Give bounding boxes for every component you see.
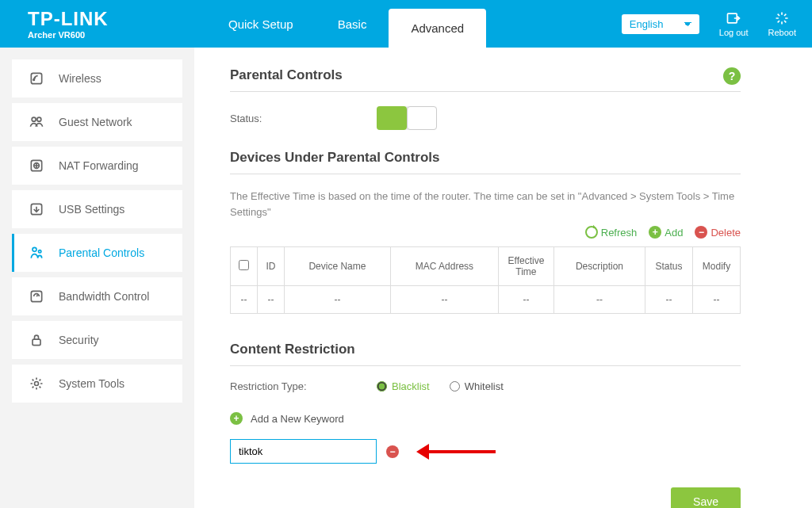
sidebar-item-security[interactable]: Security	[12, 321, 182, 359]
page-title: Parental Controls	[230, 67, 741, 92]
sidebar-item-bandwidth[interactable]: Bandwidth Control	[12, 277, 182, 315]
col-modify: Modify	[693, 247, 741, 286]
svg-point-12	[35, 382, 39, 386]
restriction-type-label: Restriction Type:	[230, 380, 377, 392]
help-button[interactable]: ?	[723, 67, 741, 85]
select-all-checkbox[interactable]	[239, 260, 249, 270]
devices-note: The Effective Time is based on the time …	[230, 189, 741, 220]
guest-icon	[29, 114, 44, 130]
sidebar-item-system-tools[interactable]: System Tools	[12, 365, 182, 403]
table-row: -- -- -- -- -- -- -- --	[231, 286, 741, 314]
col-mac: MAC Address	[390, 247, 498, 286]
sidebar-item-guest-network[interactable]: Guest Network	[12, 103, 182, 141]
svg-point-9	[39, 250, 41, 253]
radio-blacklist[interactable]: Blacklist	[377, 380, 430, 392]
lock-icon	[29, 332, 44, 348]
save-button[interactable]: Save	[671, 487, 741, 508]
svg-rect-11	[33, 339, 40, 346]
wireless-icon	[29, 71, 44, 86]
sidebar-item-wireless[interactable]: Wireless	[12, 59, 182, 97]
svg-rect-1	[31, 73, 41, 83]
sidebar-item-parental[interactable]: Parental Controls	[12, 234, 182, 272]
brand-logo: TP-LINK	[28, 8, 206, 30]
top-nav: Quick Setup Basic Advanced	[206, 0, 486, 48]
add-button[interactable]: + Add	[649, 226, 683, 239]
gear-icon	[29, 376, 44, 392]
svg-point-4	[37, 117, 41, 121]
reboot-button[interactable]: Reboot	[768, 10, 796, 37]
bandwidth-icon	[29, 288, 44, 304]
remove-keyword-button[interactable]: −	[386, 445, 399, 458]
usb-icon	[29, 201, 44, 217]
col-status: Status	[645, 247, 693, 286]
brand-block: TP-LINK Archer VR600	[28, 8, 206, 40]
status-label: Status:	[230, 113, 377, 124]
col-id: ID	[258, 247, 285, 286]
status-toggle[interactable]	[377, 106, 437, 130]
col-effective-time: Effective Time	[498, 247, 553, 286]
plus-icon: +	[230, 412, 243, 425]
nav-quick-setup[interactable]: Quick Setup	[206, 0, 316, 48]
reboot-icon	[773, 10, 791, 26]
refresh-icon	[585, 226, 598, 239]
svg-point-8	[33, 247, 36, 251]
plus-icon: +	[649, 226, 661, 239]
content-restriction-title: Content Restriction	[230, 342, 741, 366]
sidebar-item-nat[interactable]: NAT Forwarding	[12, 147, 182, 185]
sidebar-item-usb[interactable]: USB Settings	[12, 190, 182, 228]
col-device-name: Device Name	[285, 247, 391, 286]
minus-icon: −	[695, 226, 707, 239]
keyword-input[interactable]	[230, 439, 377, 464]
logout-button[interactable]: Log out	[719, 10, 749, 37]
svg-point-2	[33, 79, 35, 81]
language-select[interactable]: English	[622, 14, 699, 34]
sidebar: Wireless Guest Network NAT Forwarding US…	[0, 48, 194, 508]
annotation-arrow	[416, 446, 496, 457]
nav-advanced[interactable]: Advanced	[389, 9, 486, 48]
devices-table: ID Device Name MAC Address Effective Tim…	[230, 246, 741, 314]
svg-point-3	[32, 117, 36, 121]
radio-whitelist[interactable]: Whitelist	[450, 380, 504, 392]
nav-basic[interactable]: Basic	[316, 0, 389, 48]
nat-icon	[29, 158, 44, 174]
devices-title: Devices Under Parental Controls	[230, 150, 741, 174]
add-keyword-button[interactable]: + Add a New Keyword	[230, 412, 741, 425]
refresh-button[interactable]: Refresh	[585, 226, 638, 239]
col-description: Description	[553, 247, 645, 286]
delete-button[interactable]: − Delete	[695, 226, 741, 239]
parental-icon	[29, 245, 44, 261]
logout-icon	[725, 10, 742, 26]
brand-model: Archer VR600	[28, 30, 206, 40]
